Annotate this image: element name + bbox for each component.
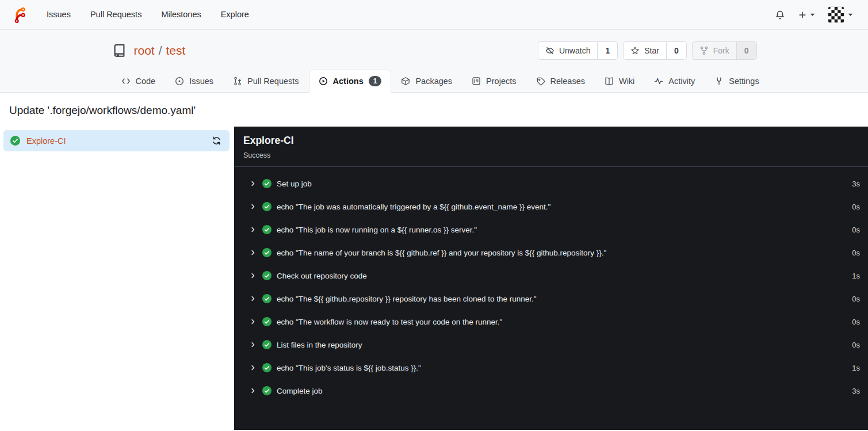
- issue-circle-icon: [175, 77, 184, 86]
- create-new-dropdown[interactable]: [798, 10, 815, 20]
- unwatch-label: Unwatch: [559, 46, 590, 55]
- tab-label: Settings: [729, 77, 759, 86]
- tab-label: Wiki: [619, 77, 634, 86]
- workflow-run-view: Explore-CI Explore-CI Success Set up job…: [0, 127, 868, 430]
- step-success-icon: [262, 248, 272, 257]
- chevron-right-icon: [250, 364, 257, 371]
- tab-label: Activity: [668, 77, 695, 86]
- run-title: Update '.forgejo/workflows/demo.yaml': [0, 93, 868, 127]
- step-name: Complete job: [277, 387, 323, 395]
- repo-tabs: Code Issues Pull Requests Actions 1 P: [112, 69, 757, 92]
- step-row[interactable]: echo "The name of your branch is ${{ git…: [234, 241, 868, 264]
- step-duration: 0s: [852, 203, 860, 211]
- tab-issues[interactable]: Issues: [165, 70, 223, 93]
- job-log-title: Explore-CI: [243, 135, 859, 147]
- chevron-right-icon: [250, 341, 257, 348]
- rerun-refresh-icon[interactable]: [212, 136, 221, 146]
- step-success-icon: [262, 340, 272, 349]
- job-log-panel: Explore-CI Success Set up job 3s echo "T…: [234, 127, 868, 430]
- step-row[interactable]: echo "The ${{ github.repository }} repos…: [234, 287, 868, 310]
- step-duration: 1s: [852, 272, 860, 280]
- chevron-down-icon: [848, 12, 853, 17]
- step-name: echo "The ${{ github.repository }} repos…: [277, 295, 537, 303]
- unwatch-button[interactable]: Unwatch 1: [538, 41, 618, 60]
- step-success-icon: [262, 271, 272, 280]
- chevron-right-icon: [250, 318, 257, 325]
- tab-releases[interactable]: Releases: [526, 70, 595, 93]
- step-success-icon: [262, 294, 272, 303]
- plus-icon: [798, 10, 807, 20]
- nav-link-issues[interactable]: Issues: [37, 0, 81, 29]
- tab-label: Pull Requests: [247, 77, 299, 86]
- step-duration: 0s: [852, 249, 860, 257]
- job-status-text: Success: [243, 151, 859, 159]
- step-success-icon: [262, 225, 272, 234]
- tools-icon: [714, 77, 724, 86]
- tab-label: Projects: [486, 77, 516, 86]
- tab-projects[interactable]: Projects: [462, 70, 526, 93]
- fork-button[interactable]: Fork 0: [692, 41, 757, 60]
- nav-link-explore[interactable]: Explore: [211, 0, 259, 29]
- step-row[interactable]: Complete job 3s: [234, 379, 868, 402]
- repo-book-icon: [112, 43, 127, 59]
- step-name: echo "The workflow is now ready to test …: [277, 318, 502, 326]
- project-board-icon: [472, 77, 481, 86]
- nav-link-pull-requests[interactable]: Pull Requests: [81, 0, 151, 29]
- breadcrumb-separator: /: [155, 44, 166, 57]
- step-success-icon: [262, 179, 272, 188]
- top-navbar: Issues Pull Requests Milestones Explore: [0, 0, 868, 30]
- step-row[interactable]: echo "The workflow is now ready to test …: [234, 310, 868, 333]
- pulse-icon: [654, 77, 663, 86]
- git-pull-request-icon: [233, 77, 242, 86]
- tab-label: Packages: [415, 77, 452, 86]
- job-item-explore-ci[interactable]: Explore-CI: [3, 130, 230, 151]
- watch-count[interactable]: 1: [597, 42, 617, 59]
- step-success-icon: [262, 386, 272, 395]
- tab-activity[interactable]: Activity: [644, 70, 705, 93]
- steps-list: Set up job 3s echo "The job was automati…: [234, 167, 868, 402]
- step-row[interactable]: echo "This job is now running on a ${{ r…: [234, 218, 868, 241]
- chevron-right-icon: [250, 226, 257, 233]
- repo-name-link[interactable]: test: [166, 44, 186, 57]
- chevron-down-icon: [810, 12, 815, 17]
- nav-link-milestones[interactable]: Milestones: [151, 0, 211, 29]
- step-row[interactable]: echo "The job was automatically triggere…: [234, 195, 868, 218]
- code-icon: [121, 77, 131, 86]
- step-duration: 3s: [852, 180, 860, 188]
- repo-breadcrumb: root/test: [134, 44, 186, 58]
- job-name: Explore-CI: [26, 136, 205, 146]
- tab-pull-requests[interactable]: Pull Requests: [223, 70, 308, 93]
- tab-code[interactable]: Code: [112, 70, 166, 93]
- star-count[interactable]: 0: [666, 42, 686, 59]
- job-success-icon: [10, 136, 20, 146]
- step-row[interactable]: echo "This job's status is ${{ job.statu…: [234, 356, 868, 379]
- tab-settings[interactable]: Settings: [705, 70, 768, 93]
- tab-actions[interactable]: Actions 1: [309, 70, 392, 93]
- git-fork-icon: [699, 46, 709, 55]
- forgejo-logo-icon[interactable]: [12, 6, 29, 24]
- step-duration: 0s: [852, 318, 860, 326]
- notifications-bell-icon[interactable]: [775, 10, 785, 20]
- user-menu-dropdown[interactable]: [828, 6, 853, 23]
- play-circle-icon: [319, 77, 328, 86]
- step-row[interactable]: Check out repository code 1s: [234, 264, 868, 287]
- step-row[interactable]: Set up job 3s: [234, 172, 868, 195]
- tab-wiki[interactable]: Wiki: [595, 70, 644, 93]
- tab-label: Issues: [189, 77, 213, 86]
- step-name: echo "This job is now running on a ${{ r…: [277, 226, 477, 234]
- step-duration: 0s: [852, 226, 860, 234]
- star-icon: [630, 46, 640, 55]
- tab-label: Code: [136, 77, 156, 86]
- chevron-right-icon: [250, 295, 257, 302]
- step-row[interactable]: List files in the repository 0s: [234, 333, 868, 356]
- step-name: echo "The job was automatically triggere…: [277, 203, 550, 211]
- tag-icon: [536, 77, 545, 86]
- step-name: echo "This job's status is ${{ job.statu…: [277, 364, 421, 372]
- repo-owner-link[interactable]: root: [134, 44, 155, 57]
- fork-count[interactable]: 0: [736, 42, 756, 59]
- tab-packages[interactable]: Packages: [391, 70, 462, 93]
- star-button[interactable]: Star 0: [623, 41, 686, 60]
- chevron-right-icon: [250, 249, 257, 256]
- step-duration: 3s: [852, 387, 860, 395]
- fork-label: Fork: [713, 46, 729, 55]
